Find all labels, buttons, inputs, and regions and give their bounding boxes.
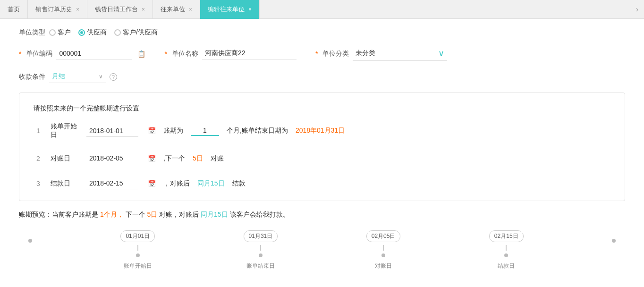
unit-info-row: * 单位编码 📋 * 单位名称 * 单位分类 未分类 ∨ bbox=[19, 46, 625, 61]
timeline-dot-4 bbox=[504, 253, 508, 257]
main-content: 单位类型 客户 供应商 客户/供应商 * 单位编码 bbox=[0, 19, 644, 287]
payment-terms-select[interactable]: 月结 ∨ bbox=[49, 70, 106, 83]
period-desc-prefix-3: ，对账后 bbox=[163, 179, 190, 188]
box-title: 请按照未来的一个完整帐期进行设置 bbox=[34, 104, 610, 113]
tab-bar: 首页 销售订单历史 × 钱货日清工作台 × 往来单位 × 编辑往来单位 × › bbox=[0, 0, 644, 19]
month-count-input[interactable] bbox=[191, 126, 219, 136]
timeline-badge-2: 01月31日 bbox=[244, 230, 278, 242]
period-desc-suffix-3: 结款 bbox=[232, 179, 246, 188]
timeline-stem-3 bbox=[383, 245, 384, 251]
period-desc-suffix-1: 个月,账单结束日期为 bbox=[227, 127, 288, 135]
unit-category-item: * 单位分类 未分类 ∨ bbox=[315, 46, 447, 61]
unit-type-label: 单位类型 bbox=[19, 28, 45, 37]
period-end-date: 2018年01月31日 bbox=[296, 127, 345, 135]
start-date-calendar-icon[interactable]: 📅 bbox=[148, 127, 156, 135]
radio-supplier-label: 供应商 bbox=[87, 28, 107, 37]
tab-cash-work[interactable]: 钱货日清工作台 × bbox=[87, 0, 153, 19]
tab-partners-close[interactable]: × bbox=[189, 6, 192, 13]
unit-category-select[interactable]: 未分类 ∨ bbox=[353, 46, 447, 61]
unit-code-input[interactable] bbox=[56, 48, 132, 59]
tab-expand-icon[interactable]: › bbox=[630, 5, 644, 14]
timeline-container: 01月01日 账单开始日 01月31日 账单结束日 02月05日 对账日 02月… bbox=[19, 230, 625, 270]
radio-both-circle bbox=[114, 29, 121, 36]
tab-edit-partner[interactable]: 编辑往来单位 × bbox=[200, 0, 260, 19]
timeline-badge-1: 01月01日 bbox=[120, 230, 155, 242]
payment-terms-value: 月结 bbox=[52, 72, 65, 81]
help-icon[interactable]: ? bbox=[110, 73, 117, 81]
tab-cash-work-label: 钱货日清工作台 bbox=[95, 5, 138, 14]
timeline-dot-1 bbox=[136, 253, 140, 257]
reconcile-date-input[interactable] bbox=[86, 152, 138, 164]
payment-date-calendar-icon[interactable]: 📅 bbox=[148, 180, 156, 187]
timeline-left-dot bbox=[28, 239, 32, 243]
tab-sales-history-close[interactable]: × bbox=[76, 6, 79, 13]
payment-terms-arrow-icon: ∨ bbox=[99, 73, 103, 80]
period-payment-day: 同月15日 bbox=[197, 179, 225, 188]
timeline-right-cap bbox=[612, 239, 616, 243]
timeline-right-dot bbox=[612, 239, 616, 243]
radio-group: 客户 供应商 客户/供应商 bbox=[49, 28, 158, 37]
radio-customer[interactable]: 客户 bbox=[49, 28, 71, 37]
unit-category-label: 单位分类 bbox=[322, 50, 349, 58]
timeline-badge-4: 02月15日 bbox=[489, 230, 524, 242]
unit-name-label: 单位名称 bbox=[172, 50, 198, 58]
period-row-3: 3 结款日 📅 ，对账后 同月15日 结款 bbox=[34, 177, 610, 189]
radio-both[interactable]: 客户/供应商 bbox=[114, 28, 158, 37]
period-label-2: 对账日 bbox=[51, 154, 79, 163]
preview-section: 账期预览：当前客户账期是 1个月， 下一个 5日 对账，对账后 同月15日 该客… bbox=[19, 211, 625, 219]
radio-both-label: 客户/供应商 bbox=[123, 28, 158, 37]
tab-partners[interactable]: 往来单位 × bbox=[153, 0, 200, 19]
period-settings-box: 请按照未来的一个完整帐期进行设置 1 账单开始日 📅 账期为 个月,账单结束日期… bbox=[19, 93, 625, 201]
radio-supplier[interactable]: 供应商 bbox=[78, 28, 107, 37]
preview-day-highlight: 5日 bbox=[147, 211, 157, 218]
timeline-stem-1 bbox=[137, 245, 138, 251]
unit-name-input[interactable] bbox=[202, 48, 297, 59]
unit-code-required: * bbox=[19, 50, 21, 58]
start-date-input[interactable] bbox=[86, 125, 138, 137]
preview-mid: 下一个 bbox=[126, 211, 145, 218]
unit-category-arrow-icon: ∨ bbox=[438, 48, 444, 59]
tab-sales-history[interactable]: 销售订单历史 × bbox=[28, 0, 87, 19]
payment-terms-row: 收款条件 月结 ∨ ? bbox=[19, 70, 625, 83]
timeline-label-4: 结款日 bbox=[498, 262, 515, 270]
period-label-1: 账单开始日 bbox=[51, 122, 79, 139]
timeline-node-4: 02月15日 结款日 bbox=[489, 230, 524, 270]
timeline-nodes: 01月01日 账单开始日 01月31日 账单结束日 02月05日 对账日 02月… bbox=[28, 230, 616, 270]
unit-type-row: 单位类型 客户 供应商 客户/供应商 bbox=[19, 28, 625, 37]
radio-customer-circle bbox=[49, 29, 56, 36]
period-row-2: 2 对账日 📅 ,下一个 5日 对账 bbox=[34, 152, 610, 164]
timeline-node-3: 02月05日 对账日 bbox=[366, 230, 401, 270]
period-desc-prefix-2: ,下一个 bbox=[163, 154, 185, 163]
period-num-1: 1 bbox=[34, 127, 43, 135]
tab-edit-partner-label: 编辑往来单位 bbox=[208, 5, 245, 14]
payment-date-input[interactable] bbox=[86, 177, 138, 189]
tab-edit-partner-close[interactable]: × bbox=[248, 6, 252, 13]
preview-prefix: 账期预览：当前客户账期是 bbox=[19, 211, 98, 218]
tab-cash-work-close[interactable]: × bbox=[142, 6, 145, 13]
unit-type-item: 单位类型 客户 供应商 客户/供应商 bbox=[19, 28, 158, 37]
unit-code-label: 单位编码 bbox=[26, 50, 52, 58]
timeline-left-cap bbox=[28, 239, 32, 243]
period-reconcile-day: 5日 bbox=[193, 154, 203, 163]
tab-home[interactable]: 首页 bbox=[0, 0, 28, 19]
period-desc-suffix-2: 对账 bbox=[211, 154, 224, 163]
tab-sales-history-label: 销售订单历史 bbox=[35, 5, 72, 14]
preview-after: 对账，对账后 bbox=[159, 211, 199, 218]
unit-code-item: * 单位编码 📋 bbox=[19, 48, 145, 59]
timeline-label-1: 账单开始日 bbox=[124, 262, 152, 270]
reconcile-date-calendar-icon[interactable]: 📅 bbox=[148, 155, 156, 162]
timeline-node-2: 01月31日 账单结束日 bbox=[244, 230, 278, 270]
period-num-2: 2 bbox=[34, 155, 43, 162]
unit-code-calendar-icon[interactable]: 📋 bbox=[137, 50, 145, 58]
period-label-3: 结款日 bbox=[51, 179, 79, 188]
timeline-node-1: 01月01日 账单开始日 bbox=[120, 230, 155, 270]
period-num-3: 3 bbox=[34, 180, 43, 187]
unit-category-value: 未分类 bbox=[356, 49, 375, 58]
timeline-badge-3: 02月05日 bbox=[366, 230, 401, 242]
unit-name-item: * 单位名称 bbox=[164, 48, 296, 59]
preview-period-highlight: 1个月， bbox=[100, 211, 124, 218]
timeline-label-2: 账单结束日 bbox=[246, 262, 275, 270]
tab-partners-label: 往来单位 bbox=[161, 5, 185, 14]
payment-terms-item: 收款条件 月结 ∨ ? bbox=[19, 70, 117, 83]
tab-home-label: 首页 bbox=[8, 5, 20, 14]
